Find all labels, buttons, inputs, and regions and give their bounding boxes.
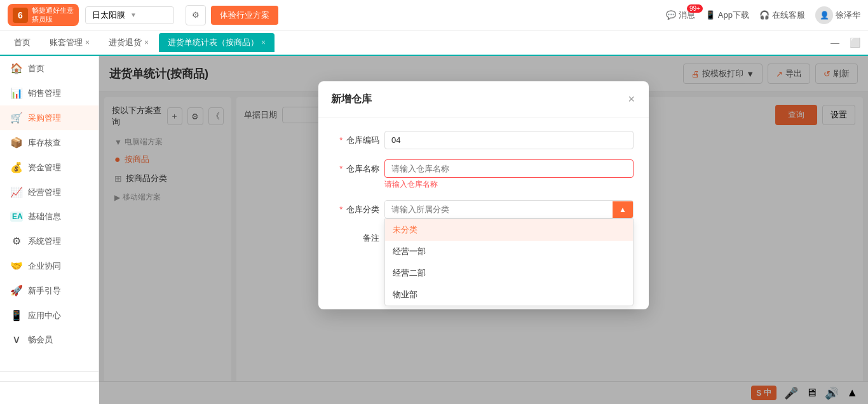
- home-icon: 🏠: [10, 62, 23, 74]
- dropdown-option-dept1[interactable]: 经营一部: [385, 241, 633, 262]
- name-row: * 仓库名称 请输入仓库名称: [334, 159, 634, 190]
- tab-purchase-stats-close[interactable]: ×: [261, 38, 266, 47]
- sidebar-label-app-center: 应用中心: [28, 310, 61, 321]
- user-item[interactable]: 👤 徐泽华: [815, 6, 860, 24]
- tab-accounts-label: 账套管理: [50, 37, 83, 48]
- name-required: *: [339, 164, 342, 173]
- maximize-button[interactable]: ⬜: [847, 35, 863, 50]
- sidebar-item-guide[interactable]: 🚀 新手引导: [0, 278, 98, 303]
- new-warehouse-dialog: 新增仓库 × * 仓库编码: [318, 81, 649, 309]
- top-actions: ⚙ 体验行业方案: [186, 5, 278, 25]
- category-label: * 仓库分类: [334, 200, 384, 215]
- app-download-label: App下载: [718, 10, 749, 21]
- name-label: * 仓库名称: [334, 159, 384, 175]
- category-row: * 仓库分类 ▲ 未分类 经营一部 经营二部: [334, 200, 634, 219]
- tab-accounts[interactable]: 账套管理 ×: [41, 33, 98, 52]
- sidebar-item-purchase[interactable]: 🛒 采购管理: [0, 105, 98, 130]
- sidebar-label-vip: 畅会员: [28, 334, 53, 346]
- sidebar-item-system[interactable]: ⚙ 系统管理: [0, 229, 98, 253]
- dialog-title: 新增仓库: [331, 93, 372, 106]
- sidebar-item-finance[interactable]: 💰 资金管理: [0, 155, 98, 180]
- user-name: 徐泽华: [836, 10, 860, 21]
- app-center-icon: 📱: [10, 309, 23, 321]
- headset-icon: 🎧: [759, 10, 770, 20]
- category-input[interactable]: [385, 201, 613, 218]
- category-required: *: [339, 205, 342, 214]
- trial-button[interactable]: 体验行业方案: [211, 6, 278, 25]
- message-item[interactable]: 💬 消息 99+: [666, 10, 695, 21]
- tab-purchase-stats[interactable]: 进货单统计表（按商品） ×: [159, 33, 275, 52]
- top-right-area: 💬 消息 99+ 📱 App下载 🎧 在线客服 👤 徐泽华: [666, 6, 860, 24]
- system-icon: ⚙: [10, 235, 23, 247]
- sidebar-label-inventory: 库存核查: [28, 137, 61, 149]
- sidebar-item-app-center[interactable]: 📱 应用中心: [0, 303, 98, 328]
- sidebar-label-system: 系统管理: [28, 236, 61, 247]
- message-badge: 99+: [687, 4, 703, 13]
- app-icon: 📱: [705, 10, 715, 20]
- logo-text: 畅捷通好生意 搭员版: [32, 6, 74, 23]
- tab-bar: 首页 账套管理 × 进货退货 × 进货单统计表（按商品） × — ⬜: [0, 30, 868, 56]
- dialog-overlay[interactable]: 新增仓库 × * 仓库编码: [99, 56, 868, 404]
- settings-button[interactable]: ⚙: [186, 5, 206, 25]
- sidebar-item-home[interactable]: 🏠 首页: [0, 56, 98, 81]
- minimize-button[interactable]: —: [828, 35, 842, 50]
- online-service-item[interactable]: 🎧 在线客服: [759, 10, 805, 21]
- code-input[interactable]: [384, 131, 634, 149]
- tab-purchase-return-close[interactable]: ×: [144, 38, 149, 47]
- sidebar-label-home: 首页: [28, 63, 44, 74]
- vip-icon: V: [10, 335, 23, 345]
- sidebar-label-enterprise: 企业协同: [28, 260, 61, 272]
- store-dropdown-arrow: ▼: [130, 11, 137, 18]
- sidebar-item-sales[interactable]: 📊 销售管理: [0, 81, 98, 105]
- sidebar-label-operation: 经营管理: [28, 187, 61, 198]
- sidebar-item-inventory[interactable]: 📦 库存核查: [0, 130, 98, 155]
- purchase-icon: 🛒: [10, 112, 23, 124]
- sidebar-label-finance: 资金管理: [28, 162, 61, 173]
- category-input-row: ▲: [384, 200, 634, 219]
- content-area: 进货单统计(按商品) 🖨 按模板打印 ▼ ↗ 导出 ↺ 刷新: [99, 56, 868, 404]
- dropdown-option-dept2[interactable]: 经营二部: [385, 262, 633, 284]
- logo-area[interactable]: 6 畅捷通好生意 搭员版: [8, 4, 79, 25]
- avatar: 👤: [815, 6, 833, 24]
- name-error-message: 请输入仓库名称: [384, 179, 634, 190]
- logo-icon: 6: [13, 8, 28, 23]
- code-label: * 仓库编码: [334, 131, 384, 146]
- dialog-close-button[interactable]: ×: [627, 91, 636, 107]
- online-service-label: 在线客服: [772, 10, 805, 21]
- sidebar-label-guide: 新手引导: [28, 285, 61, 297]
- code-row: * 仓库编码: [334, 131, 634, 149]
- dropdown-option-property[interactable]: 物业部: [385, 284, 633, 306]
- tab-home[interactable]: 首页: [5, 33, 39, 52]
- operation-icon: 📈: [10, 186, 23, 198]
- category-dropdown-list: 未分类 经营一部 经营二部 物业部: [384, 219, 634, 306]
- dialog-body: * 仓库编码 * 仓库名称: [318, 118, 649, 270]
- name-input[interactable]: [384, 159, 634, 178]
- tab-home-label: 首页: [14, 37, 31, 48]
- app-download-item[interactable]: 📱 App下载: [705, 10, 749, 21]
- guide-icon: 🚀: [10, 285, 23, 297]
- main-layout: 🏠 首页 📊 销售管理 🛒 采购管理 📦 库存核查 💰 资金管理 📈 经营管理 …: [0, 56, 868, 404]
- top-bar: 6 畅捷通好生意 搭员版 日太阳膜 ▼ ⚙ 体验行业方案 💬 消息 99+ 📱 …: [0, 0, 868, 30]
- sidebar-label-sales: 销售管理: [28, 88, 61, 99]
- code-required: *: [339, 135, 342, 145]
- tab-right-actions: — ⬜: [828, 35, 863, 50]
- sidebar: 🏠 首页 📊 销售管理 🛒 采购管理 📦 库存核查 💰 资金管理 📈 经营管理 …: [0, 56, 99, 404]
- dropdown-option-uncategorized[interactable]: 未分类: [385, 219, 633, 241]
- sidebar-item-vip[interactable]: V 畅会员: [0, 328, 98, 352]
- finance-icon: 💰: [10, 161, 23, 173]
- dialog-header: 新增仓库 ×: [318, 81, 649, 118]
- sidebar-label-basic-info: 基础信息: [28, 211, 61, 222]
- tab-accounts-close[interactable]: ×: [85, 38, 90, 47]
- store-selector[interactable]: 日太阳膜 ▼: [85, 6, 174, 24]
- category-wrapper: ▲ 未分类 经营一部 经营二部 物业部: [384, 200, 634, 219]
- sidebar-item-basic-info[interactable]: EA 基础信息: [0, 205, 98, 229]
- category-toggle-button[interactable]: ▲: [613, 201, 633, 218]
- tab-purchase-return[interactable]: 进货退货 ×: [100, 33, 158, 52]
- sales-icon: 📊: [10, 87, 23, 99]
- sidebar-item-operation[interactable]: 📈 经营管理: [0, 180, 98, 205]
- inventory-icon: 📦: [10, 137, 23, 149]
- basic-info-icon: EA: [10, 212, 23, 222]
- remark-label: 备注: [334, 229, 384, 244]
- sidebar-item-enterprise[interactable]: 🤝 企业协同: [0, 253, 98, 278]
- tab-purchase-stats-label: 进货单统计表（按商品）: [168, 37, 259, 48]
